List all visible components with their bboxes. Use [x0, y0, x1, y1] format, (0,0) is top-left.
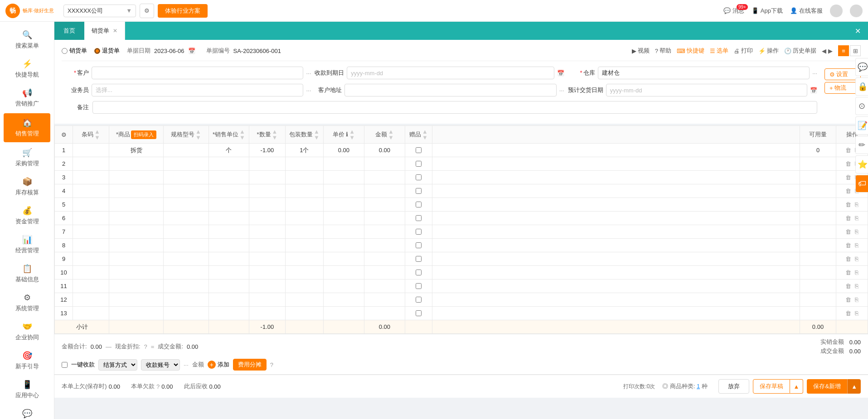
row-gift[interactable]: [405, 307, 432, 320]
sales-order-tab[interactable]: 销货单 ✕: [84, 22, 125, 40]
discount-help-icon[interactable]: ?: [144, 343, 147, 350]
gift-checkbox[interactable]: [416, 229, 422, 235]
row-product[interactable]: [109, 171, 164, 184]
print-action[interactable]: 🖨 打印: [734, 47, 753, 55]
row-unit[interactable]: [209, 293, 249, 307]
row-qty[interactable]: [249, 157, 285, 171]
delivery-input[interactable]: yyyy-mm-dd: [606, 84, 807, 96]
row-spec[interactable]: [164, 266, 209, 279]
doc-owe-help[interactable]: ?: [156, 383, 160, 390]
row-product[interactable]: [109, 293, 164, 307]
customer-addr-input[interactable]: [344, 84, 556, 96]
row-qty[interactable]: [249, 171, 285, 184]
row-gift[interactable]: [405, 184, 432, 198]
row-spec[interactable]: [164, 252, 209, 266]
company-selector[interactable]: XXXXXX公司 ▼: [63, 5, 136, 17]
row-product[interactable]: 拆货: [109, 144, 164, 157]
add-amount-btn[interactable]: +: [208, 361, 216, 369]
row-qty[interactable]: [249, 239, 285, 252]
row-product[interactable]: [109, 266, 164, 279]
sidebar-item-finance[interactable]: 💰 资金管理: [0, 201, 54, 230]
row-barcode[interactable]: [73, 252, 109, 266]
delete-icon[interactable]: 🗑: [845, 242, 851, 249]
row-gift[interactable]: [405, 239, 432, 252]
row-price[interactable]: [323, 212, 364, 225]
copy-icon[interactable]: ⎘: [855, 310, 858, 317]
gift-checkbox[interactable]: [416, 256, 422, 262]
gift-checkbox[interactable]: [416, 283, 422, 289]
row-qty[interactable]: [249, 266, 285, 279]
message-button[interactable]: 💬 消息 99+: [723, 7, 744, 15]
gift-checkbox[interactable]: [416, 202, 422, 207]
fee-help-icon[interactable]: ?: [270, 361, 273, 368]
sales-order-radio[interactable]: 销货单: [62, 47, 87, 55]
row-amount[interactable]: [364, 266, 405, 279]
th-settings[interactable]: ⚙: [55, 126, 73, 144]
row-amount[interactable]: [364, 184, 405, 198]
row-spec[interactable]: [164, 239, 209, 252]
row-barcode[interactable]: [73, 225, 109, 239]
rp-lock-btn[interactable]: 🔒: [855, 77, 868, 96]
warehouse-dots-icon[interactable]: ···: [812, 70, 817, 77]
row-packqty[interactable]: [285, 293, 323, 307]
gift-checkbox[interactable]: [416, 147, 422, 153]
row-barcode[interactable]: [73, 239, 109, 252]
settlement-method-select[interactable]: 结算方式: [98, 359, 137, 371]
row-barcode[interactable]: [73, 184, 109, 198]
copy-icon[interactable]: ⎘: [855, 215, 858, 222]
sidebar-item-marketing[interactable]: 📢 营销推广: [0, 83, 54, 112]
row-amount[interactable]: [364, 157, 405, 171]
user-avatar[interactable]: [830, 5, 843, 17]
row-amount[interactable]: [364, 239, 405, 252]
home-tab[interactable]: 首页: [54, 22, 84, 40]
rp-tag-btn[interactable]: 🏷: [855, 175, 868, 193]
video-action[interactable]: ▶ 视频: [632, 47, 650, 55]
row-unit[interactable]: [209, 307, 249, 320]
row-amount[interactable]: 0.00: [364, 144, 405, 157]
notes-input[interactable]: [92, 101, 817, 114]
operation-action[interactable]: ⚡ 操作: [758, 47, 779, 55]
row-price[interactable]: [323, 225, 364, 239]
row-barcode[interactable]: [73, 293, 109, 307]
row-unit[interactable]: [209, 279, 249, 293]
gift-checkbox[interactable]: [416, 242, 422, 248]
gift-checkbox[interactable]: [416, 188, 422, 194]
row-packqty[interactable]: 1个: [285, 144, 323, 157]
account-select[interactable]: 收款账号: [141, 359, 180, 371]
row-gift[interactable]: [405, 293, 432, 307]
sidebar-item-sales[interactable]: 🏠 销售管理: [4, 113, 50, 142]
sidebar-item-purchase[interactable]: 🛒 采购管理: [0, 143, 54, 172]
help-action[interactable]: ? 帮助: [655, 47, 671, 55]
copy-icon[interactable]: ⎘: [855, 228, 858, 235]
row-unit[interactable]: 个: [209, 144, 249, 157]
sidebar-item-system[interactable]: ⚙ 系统管理: [0, 288, 54, 317]
row-qty[interactable]: [249, 212, 285, 225]
row-packqty[interactable]: [285, 184, 323, 198]
row-gift[interactable]: [405, 279, 432, 293]
row-qty[interactable]: [249, 279, 285, 293]
row-unit[interactable]: [209, 225, 249, 239]
next-page-icon[interactable]: ▶: [828, 48, 833, 54]
row-spec[interactable]: [164, 198, 209, 212]
rp-chat-btn[interactable]: 💬: [855, 58, 868, 76]
one-click-payment-checkbox[interactable]: [62, 362, 68, 368]
gift-checkbox[interactable]: [416, 297, 422, 303]
sidebar-item-guide[interactable]: 🎯 新手引导: [0, 346, 54, 375]
row-spec[interactable]: [164, 157, 209, 171]
copy-icon[interactable]: ⎘: [855, 242, 858, 249]
row-unit[interactable]: [209, 157, 249, 171]
row-price[interactable]: [323, 307, 364, 320]
row-packqty[interactable]: [285, 239, 323, 252]
row-unit[interactable]: [209, 266, 249, 279]
calendar-icon[interactable]: 📅: [188, 48, 195, 54]
row-unit[interactable]: [209, 212, 249, 225]
delivery-calendar-icon[interactable]: 📅: [810, 87, 817, 94]
salesperson-dots-icon[interactable]: ···: [306, 87, 311, 94]
row-unit[interactable]: [209, 239, 249, 252]
delete-icon[interactable]: 🗑: [845, 215, 851, 222]
gift-checkbox[interactable]: [416, 174, 422, 180]
copy-icon[interactable]: ⎘: [855, 201, 858, 208]
payment-calendar-icon[interactable]: 📅: [557, 70, 564, 77]
row-barcode[interactable]: [73, 198, 109, 212]
product-type-count[interactable]: 1: [697, 383, 700, 390]
